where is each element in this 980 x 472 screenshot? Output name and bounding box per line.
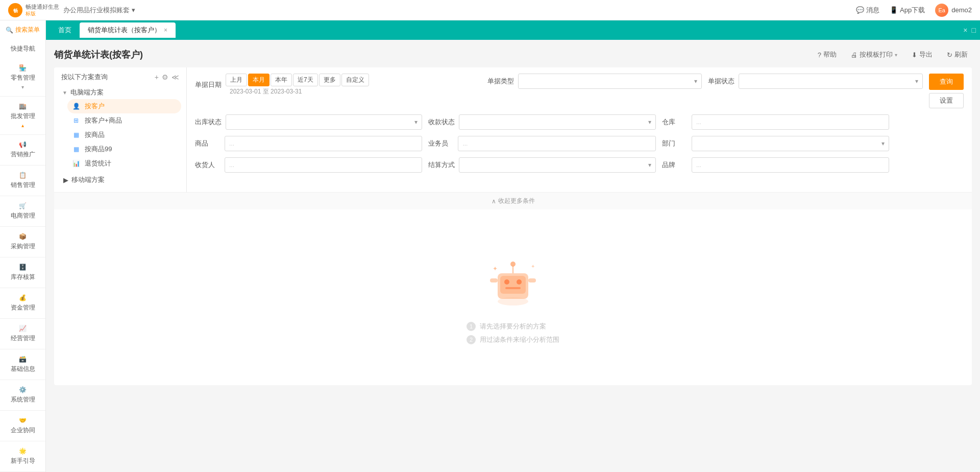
sidebar-item-purchase[interactable]: 📦 采购管理 — [0, 227, 45, 257]
sidebar-item-basic[interactable]: 🗃️ 基础信息 — [0, 349, 45, 380]
warehouse-input[interactable]: ... — [692, 114, 889, 130]
collapse-icon: ∧ — [492, 198, 496, 205]
tab-window-buttons: × □ — [963, 26, 976, 34]
sidebar-item-wholesale[interactable]: 🏬 批发管理 ▴ — [0, 97, 45, 135]
refresh-button[interactable]: ↻ 刷新 — [943, 48, 972, 61]
doc-type-select[interactable]: ▾ — [518, 74, 702, 89]
message-icon: 💬 — [856, 6, 864, 14]
refresh-icon: ↻ — [947, 51, 952, 59]
empty-state: ✦ ✦ 1 请先选择要分析的方案 2 用过滤条件来缩小分析范围 — [54, 209, 972, 385]
app-download-button[interactable]: 📱 App下载 — [890, 6, 925, 15]
user-profile[interactable]: Ea demo2 — [935, 4, 972, 17]
svg-text:✦: ✦ — [531, 264, 535, 269]
export-icon: ⬇ — [912, 51, 917, 59]
doc-type-label: 单据类型 — [487, 77, 514, 86]
out-status-select[interactable]: ▾ — [226, 114, 422, 130]
date-btn-more[interactable]: 更多 — [319, 74, 340, 86]
sales-icon: 📋 — [19, 172, 27, 179]
settings-button[interactable]: 设置 — [929, 93, 964, 108]
sidebar-item-retail[interactable]: 🏪 零售管理 ▾ — [0, 58, 45, 97]
empty-illustration: ✦ ✦ — [482, 250, 544, 312]
add-scheme-icon[interactable]: + — [155, 73, 159, 81]
out-status-arrow-icon: ▾ — [414, 119, 418, 126]
marketing-icon: 📢 — [19, 141, 27, 148]
scheme-item-by-customer[interactable]: 👤 按客户 — [67, 99, 181, 113]
system-icon: ⚙️ — [19, 386, 27, 393]
empty-tip-2: 2 用过滤条件来缩小分析范围 — [467, 335, 559, 344]
sidebar-item-ecommerce[interactable]: 🛒 电商管理 — [0, 196, 45, 227]
basic-icon: 🗃️ — [19, 356, 27, 363]
collapse-bar[interactable]: ∧ 收起更多条件 — [54, 192, 972, 209]
empty-tip-1: 1 请先选择要分析的方案 — [467, 322, 559, 331]
window-maximize-icon[interactable]: □ — [972, 26, 976, 34]
chevron-down-icon: ▾ — [21, 84, 24, 90]
scheme-desktop-group-header[interactable]: ▼ 电脑端方案 — [59, 86, 181, 99]
sidebar-item-quick-nav[interactable]: 快捷导航 — [0, 39, 45, 58]
breadcrumb-arrow-icon: ▾ — [132, 6, 135, 14]
date-btn-last-month[interactable]: 上月 — [226, 74, 247, 86]
scheme-mobile-group[interactable]: ▶ 移动端方案 — [59, 173, 181, 187]
avatar: Ea — [935, 4, 948, 17]
doc-status-label: 单据状态 — [708, 77, 734, 86]
print-button[interactable]: 🖨 按模板打印 ▾ — [847, 48, 901, 61]
scheme-actions: + ⚙ ≪ — [155, 73, 179, 81]
scheme-item-goods99[interactable]: ▦ 按商品99 — [67, 142, 181, 156]
message-button[interactable]: 💬 消息 — [856, 6, 879, 15]
receiver-input[interactable]: ... — [225, 157, 422, 173]
sidebar-item-enterprise[interactable]: 🤝 企业协同 — [0, 411, 45, 441]
receipt-status-arrow-icon: ▾ — [648, 119, 651, 126]
sidebar-item-marketing[interactable]: 📢 营销推广 — [0, 135, 45, 166]
goods-label: 商品 — [195, 139, 220, 148]
sidebar-item-search-menu[interactable]: 🔍 搜索菜单 — [0, 20, 45, 39]
sidebar-item-inventory[interactable]: 🗄️ 库存核算 — [0, 257, 45, 288]
sidebar-item-finance[interactable]: 💰 资金管理 — [0, 288, 45, 319]
svg-point-9 — [510, 262, 516, 267]
scheme-item-by-goods[interactable]: ▦ 按商品 — [67, 128, 181, 142]
date-btn-this-month[interactable]: 本月 — [248, 74, 270, 86]
scheme-desktop-group: ▼ 电脑端方案 👤 按客户 ⊞ 按客户+商品 — [59, 86, 181, 171]
svg-rect-11 — [528, 278, 536, 282]
scheme-item-return-stat[interactable]: 📊 退货统计 — [67, 156, 181, 171]
query-button[interactable]: 查询 — [929, 74, 964, 90]
page-header: 销货单统计表(按客户) ? 帮助 🖨 按模板打印 ▾ ⬇ 导出 — [54, 48, 972, 61]
doc-status-select[interactable]: ▾ — [739, 74, 923, 89]
tab-bar: 首页 销货单统计表（按客户） × × □ — [46, 20, 980, 40]
inventory-icon: 🗄️ — [19, 264, 27, 271]
grid-scheme-icon: ⊞ — [71, 116, 81, 125]
mobile-group-arrow-icon: ▶ — [63, 176, 68, 184]
help-button[interactable]: ? 帮助 — [814, 48, 841, 61]
date-btn-7days[interactable]: 近7天 — [293, 74, 318, 86]
sidebar-item-operations[interactable]: 📈 经营管理 — [0, 319, 45, 349]
date-btn-custom[interactable]: 自定义 — [341, 74, 369, 86]
tab-sales-stat[interactable]: 销货单统计表（按客户） × — [80, 22, 176, 38]
staff-input[interactable]: ... — [458, 136, 655, 151]
breadcrumb-selector[interactable]: 办公用品行业模拟账套 ▾ — [63, 6, 135, 15]
tab-home[interactable]: 首页 — [50, 22, 80, 38]
scheme-item-customer-goods[interactable]: ⊞ 按客户+商品 — [67, 113, 181, 128]
dept-select[interactable]: ▾ — [692, 136, 889, 151]
search-icon: 🔍 — [6, 27, 13, 34]
date-btn-this-year[interactable]: 本年 — [271, 74, 292, 86]
svg-rect-7 — [505, 287, 521, 289]
dept-label: 部门 — [662, 139, 688, 148]
settings-scheme-icon[interactable]: ⚙ — [162, 73, 168, 81]
sidebar-item-newbie[interactable]: 🌟 新手引导 — [0, 441, 45, 472]
collapse-scheme-icon[interactable]: ≪ — [172, 73, 179, 81]
filter-section: 按以下方案查询 + ⚙ ≪ ▼ 电脑端方案 — [54, 67, 972, 192]
staff-label: 业务员 — [428, 139, 454, 148]
header-right: 💬 消息 📱 App下载 Ea demo2 — [856, 4, 972, 17]
receipt-status-select[interactable]: ▾ — [459, 114, 655, 130]
brand-input[interactable]: ... — [692, 157, 889, 173]
export-button[interactable]: ⬇ 导出 — [908, 48, 937, 61]
goods-input[interactable]: ... — [225, 136, 422, 151]
window-close-icon[interactable]: × — [963, 26, 967, 34]
chevron-up-icon: ▴ — [21, 123, 24, 128]
settlement-select[interactable]: ▾ — [459, 157, 655, 173]
content-area: 首页 销货单统计表（按客户） × × □ 销货单统计表(按客户) ? 帮助 — [46, 20, 980, 472]
sidebar-item-system[interactable]: ⚙️ 系统管理 — [0, 380, 45, 411]
operations-icon: 📈 — [19, 325, 27, 332]
svg-text:畅: 畅 — [13, 8, 18, 13]
table99-scheme-icon: ▦ — [71, 145, 81, 154]
tab-close-icon[interactable]: × — [164, 27, 167, 33]
sidebar-item-sales[interactable]: 📋 销售管理 — [0, 166, 45, 196]
